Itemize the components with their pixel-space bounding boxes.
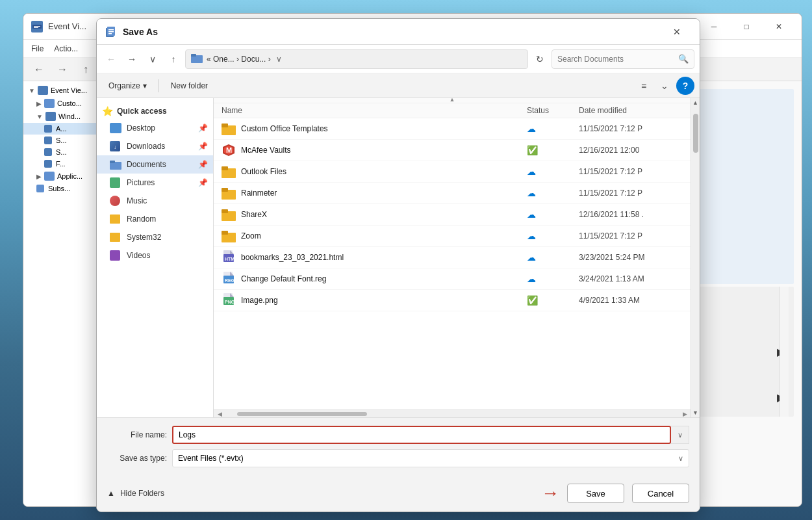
hide-folders-label: Hide Folders bbox=[120, 489, 164, 498]
column-name-label: Name bbox=[222, 106, 242, 115]
nav-random-label: Random bbox=[127, 214, 156, 224]
breadcrumb-folder-icon bbox=[191, 53, 203, 65]
arrow-indicator: → bbox=[541, 483, 559, 504]
column-status-label: Status bbox=[527, 106, 549, 115]
nav-up-button[interactable]: ↑ bbox=[164, 50, 183, 68]
column-date[interactable]: Date modified bbox=[579, 106, 683, 115]
dialog-close-button[interactable]: ✕ bbox=[662, 19, 692, 45]
file-status-sharex: ☁ bbox=[527, 209, 579, 220]
search-icon: 🔍 bbox=[678, 54, 689, 64]
svg-rect-21 bbox=[222, 188, 228, 192]
file-row-image[interactable]: PNG Image.png ✅ 4/9/2021 1:33 AM bbox=[214, 290, 691, 311]
svg-rect-14 bbox=[222, 124, 228, 127]
ev-menu-action[interactable]: Actio... bbox=[54, 44, 78, 53]
filename-dropdown-btn[interactable]: ∨ bbox=[671, 426, 689, 444]
random-icon bbox=[110, 213, 123, 225]
hscroll-left-btn[interactable]: ◀ bbox=[215, 411, 224, 417]
filetype-input-wrap: Event Files (*.evtx) ∨ bbox=[172, 449, 689, 467]
nav-item-system32[interactable]: System32 bbox=[97, 228, 213, 246]
ev-close-button[interactable]: ✕ bbox=[764, 17, 794, 36]
svg-rect-23 bbox=[222, 209, 228, 213]
file-row-mcafee-vaults[interactable]: M McAfee Vaults ✅ 12/16/2021 12:00 bbox=[214, 140, 691, 161]
svg-text:M: M bbox=[226, 146, 232, 154]
svg-rect-12 bbox=[110, 161, 115, 163]
dialog-titlebar: Save As ✕ bbox=[97, 19, 700, 45]
nav-forward-button[interactable]: → bbox=[123, 50, 141, 68]
filetype-label: Save as type: bbox=[107, 454, 172, 463]
hscroll-right-btn[interactable]: ▶ bbox=[680, 411, 689, 417]
nav-dropdown-icon: ∨ bbox=[149, 54, 156, 64]
file-list: Custom Office Templates ☁ 11/15/2021 7:1… bbox=[214, 118, 691, 410]
help-button[interactable]: ? bbox=[676, 77, 694, 95]
file-status-outlook: ☁ bbox=[527, 166, 579, 177]
cancel-button[interactable]: Cancel bbox=[632, 484, 689, 503]
save-button[interactable]: Save bbox=[567, 484, 624, 503]
nav-item-desktop[interactable]: Desktop 📌 bbox=[97, 119, 213, 137]
ev-forward-button[interactable]: → bbox=[52, 60, 73, 79]
view-icon: ≡ bbox=[641, 81, 646, 91]
vscroll-thumb[interactable] bbox=[693, 114, 698, 153]
svg-rect-6 bbox=[108, 29, 114, 31]
search-input[interactable] bbox=[557, 55, 674, 64]
file-row-bookmarks[interactable]: HTML bookmarks_23_03_2021.html ☁ 3/23/20… bbox=[214, 247, 691, 268]
file-row-custom-office-templates[interactable]: Custom Office Templates ☁ 11/15/2021 7:1… bbox=[214, 118, 691, 140]
filename-dropdown-icon: ∨ bbox=[678, 431, 683, 439]
filename-input[interactable] bbox=[172, 426, 671, 444]
file-row-outlook-files[interactable]: Outlook Files ☁ 11/15/2021 7:12 P bbox=[214, 161, 691, 183]
quick-access-label: Quick access bbox=[117, 107, 167, 116]
file-name-rainmeter: Rainmeter bbox=[241, 188, 527, 198]
hide-folders-toggle[interactable]: ▲ Hide Folders bbox=[107, 489, 164, 498]
nav-item-random[interactable]: Random bbox=[97, 210, 213, 228]
ev-minimize-button[interactable]: ─ bbox=[699, 17, 729, 36]
svg-rect-3 bbox=[34, 27, 38, 28]
html-file-icon: HTML bbox=[222, 250, 236, 265]
organize-button[interactable]: Organize ▾ bbox=[102, 77, 153, 95]
breadcrumb-bar[interactable]: « One... › Docu... › ∨ bbox=[185, 49, 528, 69]
nav-item-music[interactable]: Music bbox=[97, 192, 213, 210]
filename-label: File name: bbox=[107, 430, 172, 439]
documents-icon bbox=[110, 159, 123, 170]
new-folder-button[interactable]: New folder bbox=[164, 77, 214, 95]
filetype-select[interactable]: Event Files (*.evtx) ∨ bbox=[172, 449, 689, 467]
ev-maximize-button[interactable]: □ bbox=[731, 17, 761, 36]
folder-icon-zoom bbox=[222, 229, 236, 243]
file-name-zoom: Zoom bbox=[241, 231, 527, 240]
vscroll-up-btn[interactable]: ▲ bbox=[691, 98, 700, 107]
nav-dropdown-button[interactable]: ∨ bbox=[144, 50, 162, 68]
column-name[interactable]: Name bbox=[222, 106, 527, 115]
column-status[interactable]: Status bbox=[527, 106, 579, 115]
quick-access-header[interactable]: ⭐ Quick access bbox=[97, 103, 213, 119]
file-date-zoom: 11/15/2021 7:12 P bbox=[579, 231, 683, 240]
ev-up-button[interactable]: ↑ bbox=[75, 60, 96, 79]
nav-refresh-button[interactable]: ↻ bbox=[531, 50, 549, 68]
dialog-title-text: Save As bbox=[123, 27, 662, 37]
file-row-change-font[interactable]: REG Change Default Font.reg ☁ 3/24/2021 … bbox=[214, 268, 691, 290]
toolbar-right-controls: ≡ ⌄ ? bbox=[635, 77, 694, 95]
search-box[interactable]: 🔍 bbox=[552, 49, 694, 69]
ev-menu-file[interactable]: File bbox=[31, 44, 44, 53]
vscroll-down-btn[interactable]: ▼ bbox=[691, 408, 700, 417]
nav-item-videos[interactable]: Videos bbox=[97, 246, 213, 265]
file-row-sharex[interactable]: ShareX ☁ 12/16/2021 11:58 . bbox=[214, 204, 691, 226]
nav-pictures-label: Pictures bbox=[127, 178, 155, 187]
save-as-dialog: Save As ✕ ← → ∨ ↑ « One... › Docu... › ∨… bbox=[96, 18, 700, 512]
nav-back-button[interactable]: ← bbox=[102, 50, 120, 68]
nav-item-pictures[interactable]: Pictures 📌 bbox=[97, 174, 213, 192]
nav-item-documents[interactable]: Documents 📌 bbox=[97, 155, 213, 174]
music-icon bbox=[110, 195, 123, 207]
nav-item-downloads[interactable]: ↓ Downloads 📌 bbox=[97, 137, 213, 155]
dialog-bottom: File name: ∨ Save as type: Event Files (… bbox=[97, 417, 700, 478]
file-name-mcafee: McAfee Vaults bbox=[241, 146, 527, 155]
ev-back-button[interactable]: ← bbox=[29, 60, 49, 79]
sort-button[interactable]: ⌄ bbox=[655, 77, 674, 95]
file-row-zoom[interactable]: Zoom ☁ 11/15/2021 7:12 P bbox=[214, 226, 691, 247]
sort-indicator-bar: ▲ bbox=[214, 98, 691, 103]
checkmark-icon: ✅ bbox=[527, 145, 538, 155]
vertical-scrollbar[interactable]: ▲ ▼ bbox=[691, 98, 700, 417]
filename-row: File name: ∨ bbox=[107, 426, 689, 444]
horizontal-scrollbar[interactable]: ◀ ▶ bbox=[214, 410, 691, 417]
file-row-rainmeter[interactable]: Rainmeter ☁ 11/15/2021 7:12 P bbox=[214, 183, 691, 204]
hscroll-thumb[interactable] bbox=[237, 412, 367, 416]
view-button[interactable]: ≡ bbox=[635, 77, 653, 95]
file-name-image: Image.png bbox=[241, 296, 527, 305]
